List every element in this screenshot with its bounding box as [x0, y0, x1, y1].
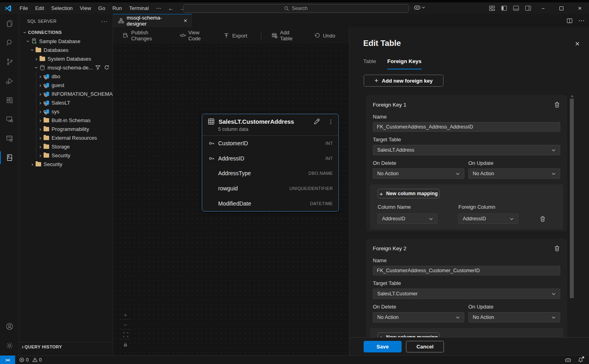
menu-overflow-icon[interactable]: ⋯ — [152, 5, 165, 11]
copilot-menu[interactable] — [414, 4, 425, 10]
delete-mapping-icon[interactable] — [539, 216, 546, 222]
remote-indicator[interactable]: >< — [0, 356, 15, 364]
target-table-select[interactable]: SalesLT.Address — [373, 145, 560, 155]
menu-selection[interactable]: Selection — [48, 2, 76, 14]
settings-gear-icon[interactable] — [0, 336, 19, 355]
tree-item-builtin-schemas[interactable]: › Built-in Schemas — [19, 116, 113, 125]
view-code-button[interactable]: </> View Code — [180, 30, 210, 42]
tree-item-databases[interactable]: › Databases — [19, 46, 113, 54]
menu-file[interactable]: File — [16, 2, 32, 14]
run-debug-icon[interactable] — [0, 71, 19, 91]
delete-foreign-key-icon[interactable] — [554, 101, 560, 108]
command-center-search[interactable]: Search — [183, 4, 409, 13]
panel-close-icon[interactable]: ✕ — [575, 40, 580, 47]
save-button[interactable]: Save — [364, 341, 402, 352]
fit-view-button[interactable] — [120, 330, 131, 340]
toggle-primary-sidebar-icon[interactable] — [498, 2, 510, 14]
tree-item-system-databases[interactable]: › System Databases — [19, 54, 113, 63]
menu-view[interactable]: View — [76, 2, 95, 14]
sidebar-more-actions-icon[interactable]: ··· — [101, 18, 108, 24]
export-button[interactable]: Export — [223, 33, 247, 39]
problems-indicator[interactable]: 0 0 — [19, 357, 42, 363]
extensions-icon[interactable] — [0, 91, 19, 110]
filter-icon[interactable] — [95, 65, 101, 70]
foreign-keys-scroll-area[interactable]: Foreign Key 1 Name Target Table SalesLT.… — [349, 92, 589, 337]
tree-item-dbo[interactable]: › dbo — [19, 72, 113, 81]
minimize-button[interactable]: – — [534, 2, 552, 14]
column-row[interactable]: CustomerID INT — [202, 136, 338, 151]
refresh-icon[interactable] — [104, 65, 109, 70]
tree-item-security-server[interactable]: › Security — [19, 160, 113, 168]
scrollbar-thumb[interactable] — [570, 99, 574, 298]
accounts-icon[interactable] — [0, 317, 19, 336]
tree-item-connections[interactable]: › CONNECTIONS — [19, 28, 113, 37]
more-actions-icon[interactable]: ⋯ — [578, 17, 585, 24]
table-node-customeraddress[interactable]: SalesLT.CustomerAddress ⋮ 5 column data — [202, 114, 339, 212]
cancel-button[interactable]: Cancel — [406, 341, 444, 352]
menu-edit[interactable]: Edit — [32, 2, 48, 14]
tree-item-sys[interactable]: › sys — [19, 107, 113, 116]
toggle-secondary-sidebar-icon[interactable] — [522, 2, 534, 14]
add-table-button[interactable]: Add Table — [272, 30, 300, 42]
tree-item-external-resources[interactable]: › External Resources — [19, 133, 113, 142]
panel-scrollbar[interactable] — [570, 95, 574, 337]
tree-item-programmability[interactable]: › Programmability — [19, 125, 113, 133]
close-window-button[interactable]: ✕ — [571, 2, 589, 14]
foreign-key-name-input[interactable] — [373, 266, 560, 275]
tab-close-icon[interactable]: ✕ — [183, 18, 187, 24]
tree-item-guest[interactable]: › guest — [19, 81, 113, 89]
sql-server-view-icon[interactable] — [0, 129, 19, 148]
tab-mssql-schema-designer[interactable]: mssql-schema-designer ✕ — [113, 14, 192, 27]
query-history-section[interactable]: › QUERY HISTORY — [19, 342, 113, 351]
tab-foreign-keys[interactable]: Foreign Keys — [387, 58, 422, 69]
scrollbar-up-arrow-icon[interactable] — [571, 95, 574, 97]
designer-canvas[interactable]: SalesLT.CustomerAddress ⋮ 5 column data — [113, 44, 349, 355]
tree-item-saleslt[interactable]: › SalesLT — [19, 98, 113, 107]
remote-explorer-icon[interactable] — [0, 110, 19, 129]
lock-button[interactable] — [120, 340, 131, 350]
tree-item-security-db[interactable]: › Security — [19, 151, 113, 160]
menu-terminal[interactable]: Terminal — [125, 2, 152, 14]
target-table-select[interactable]: SalesLT.Customer — [373, 289, 560, 299]
tab-table[interactable]: Table — [363, 58, 376, 69]
table-node-kebab-icon[interactable]: ⋮ — [328, 119, 334, 125]
customize-layout-icon[interactable] — [486, 2, 498, 14]
column-row[interactable]: AddressID INT — [202, 151, 338, 166]
foreign-key-name-input[interactable] — [373, 122, 560, 132]
search-view-icon[interactable] — [0, 33, 19, 52]
on-update-select[interactable]: No Action — [468, 312, 560, 322]
column-row[interactable]: rowguid UNIQUEIDENTIFIER — [202, 181, 338, 196]
menu-go[interactable]: Go — [95, 2, 109, 14]
explorer-icon[interactable] — [0, 14, 19, 33]
on-delete-select[interactable]: No Action — [373, 312, 464, 322]
tree-item-storage[interactable]: › Storage — [19, 142, 113, 151]
copilot-status-icon[interactable] — [565, 357, 571, 363]
new-column-mapping-button[interactable]: + New column mapping — [378, 332, 440, 337]
notifications-bell[interactable] — [578, 357, 583, 363]
source-control-icon[interactable] — [0, 52, 19, 71]
new-column-mapping-button[interactable]: + New column mapping — [378, 189, 440, 198]
add-new-foreign-key-button[interactable]: + Add new foreign key — [364, 75, 444, 87]
edit-table-pencil-icon[interactable] — [313, 118, 320, 125]
toggle-panel-icon[interactable] — [510, 2, 522, 14]
on-update-select[interactable]: No Action — [468, 168, 560, 179]
mapping-foreign-select[interactable]: AddressID — [458, 214, 518, 224]
publish-changes-button[interactable]: Publish Changes — [123, 30, 166, 42]
tree-item-mssql-schema-database[interactable]: › mssql-schema-de... — [19, 63, 113, 72]
zoom-out-button[interactable]: − — [120, 320, 131, 330]
on-delete-select[interactable]: No Action — [373, 168, 464, 179]
maximize-button[interactable] — [552, 2, 571, 14]
navigate-back-icon[interactable]: ← — [165, 5, 177, 12]
delete-foreign-key-icon[interactable] — [554, 245, 560, 252]
tree-item-sample-database[interactable]: › Sample Database — [19, 37, 113, 46]
split-editor-icon[interactable] — [567, 18, 573, 24]
column-row[interactable]: AddressType DBO.NAME — [202, 166, 338, 181]
schema-designer-view-icon[interactable] — [0, 148, 19, 167]
zoom-in-button[interactable]: + — [120, 310, 131, 320]
column-row[interactable]: ModifiedDate DATETIME — [202, 196, 338, 211]
menu-run[interactable]: Run — [109, 2, 125, 14]
tree-item-information-schema[interactable]: › INFORMATION_SCHEMA — [19, 89, 113, 98]
mapping-column-select[interactable]: AddressID — [378, 214, 438, 224]
folder-icon — [44, 127, 52, 131]
undo-button[interactable]: Undo — [314, 33, 335, 39]
